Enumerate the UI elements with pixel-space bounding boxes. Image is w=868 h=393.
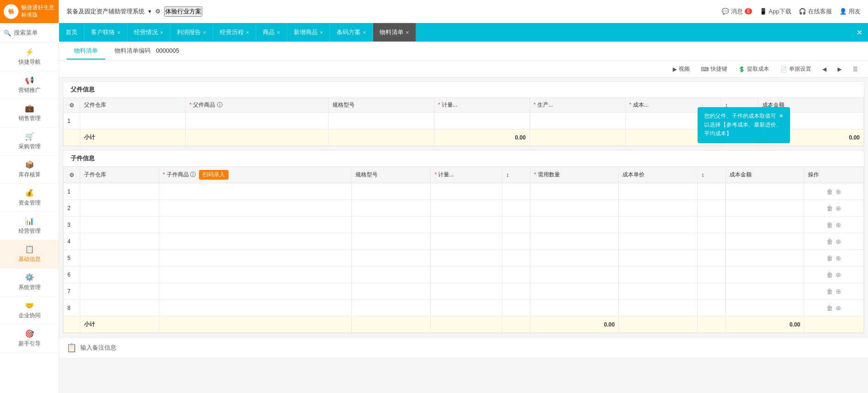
child-row-5-spec[interactable] bbox=[352, 250, 431, 266]
close-tab-bom[interactable]: ✕ bbox=[405, 30, 409, 35]
close-tab-profit[interactable]: ✕ bbox=[203, 30, 206, 35]
cost-button[interactable]: 💲 提取成本 bbox=[735, 64, 772, 74]
child-row-7-unit-cost[interactable] bbox=[619, 283, 698, 300]
child-row-2-unit-cost[interactable] bbox=[619, 200, 698, 217]
nav-tab-customer[interactable]: 客户联络 ✕ bbox=[84, 23, 127, 42]
child-row-8-unit-cost[interactable] bbox=[619, 300, 698, 316]
sub-tab-bom-list[interactable]: 物料清单 bbox=[66, 43, 105, 60]
sidebar-item-quick-nav[interactable]: ⚡ 快捷导航 bbox=[0, 43, 59, 71]
parent-row-1-warehouse[interactable] bbox=[80, 113, 186, 129]
nav-tab-operations[interactable]: 经营情况 ✕ bbox=[127, 23, 170, 42]
delete-row-2-button[interactable]: 🗑 bbox=[826, 205, 833, 212]
copy-row-5-button[interactable]: ⊕ bbox=[836, 254, 841, 262]
nav-tab-profit[interactable]: 利润报告 ✕ bbox=[170, 23, 213, 42]
settings-icon[interactable]: ⚙ bbox=[155, 8, 161, 15]
delete-row-5-button[interactable]: 🗑 bbox=[826, 254, 833, 262]
child-row-5-qty[interactable] bbox=[530, 250, 619, 266]
child-row-2-unit[interactable] bbox=[431, 200, 502, 217]
app-download-button[interactable]: 📱 App下载 bbox=[760, 7, 791, 16]
settings-button[interactable]: 📄 单据设置 bbox=[778, 64, 814, 74]
copy-row-3-button[interactable]: ⊕ bbox=[836, 221, 841, 229]
video-button[interactable]: ▶ 视频 bbox=[670, 64, 693, 74]
child-row-1-unit-cost[interactable] bbox=[619, 183, 698, 200]
child-row-7-goods[interactable] bbox=[159, 283, 352, 300]
sidebar-item-enterprise[interactable]: 🤝 企业协同 bbox=[0, 296, 59, 325]
parent-row-1-unit[interactable] bbox=[434, 113, 530, 129]
user-menu[interactable]: 👤 用友 bbox=[839, 7, 861, 16]
sidebar-item-finance[interactable]: 💰 资金管理 bbox=[0, 184, 59, 212]
view-toggle-button[interactable]: ☰ bbox=[850, 65, 861, 74]
child-row-3-unit[interactable] bbox=[431, 217, 502, 233]
online-service-button[interactable]: 🎧 在线客服 bbox=[799, 7, 832, 16]
child-row-6-spec[interactable] bbox=[352, 266, 431, 283]
child-row-7-unit[interactable] bbox=[431, 283, 502, 300]
parent-row-1-spec[interactable] bbox=[329, 113, 434, 129]
child-row-8-goods[interactable] bbox=[159, 300, 352, 316]
delete-row-4-button[interactable]: 🗑 bbox=[826, 238, 833, 245]
nav-tab-new-goods[interactable]: 新增商品 ✕ bbox=[287, 23, 330, 42]
parent-row-1-produce[interactable] bbox=[530, 113, 625, 129]
nav-prev-button[interactable]: ◀ bbox=[820, 65, 829, 74]
child-row-2-warehouse[interactable] bbox=[80, 200, 159, 217]
trial-button[interactable]: 体验行业方案 bbox=[164, 6, 202, 17]
child-row-6-warehouse[interactable] bbox=[80, 266, 159, 283]
sub-tab-bom-code[interactable]: 物料清单编码 0000005 bbox=[107, 43, 187, 60]
child-row-5-goods[interactable] bbox=[159, 250, 352, 266]
child-row-6-unit[interactable] bbox=[431, 266, 502, 283]
child-row-2-qty[interactable] bbox=[530, 200, 619, 217]
dropdown-icon[interactable]: ▾ bbox=[148, 8, 151, 15]
child-row-7-spec[interactable] bbox=[352, 283, 431, 300]
child-row-7-qty[interactable] bbox=[530, 283, 619, 300]
nav-tab-goods[interactable]: 商品 ✕ bbox=[256, 23, 287, 42]
parent-row-1-goods[interactable] bbox=[186, 113, 329, 129]
delete-row-3-button[interactable]: 🗑 bbox=[826, 221, 833, 229]
nav-tab-home[interactable]: 首页 bbox=[59, 23, 84, 42]
child-row-8-qty[interactable] bbox=[530, 300, 619, 316]
child-row-3-warehouse[interactable] bbox=[80, 217, 159, 233]
copy-row-8-button[interactable]: ⊕ bbox=[836, 304, 841, 312]
sidebar-item-sales[interactable]: 💼 销售管理 bbox=[0, 99, 59, 127]
child-row-3-unit-cost[interactable] bbox=[619, 217, 698, 233]
sidebar-item-guide[interactable]: 🎯 新手引导 bbox=[0, 325, 59, 353]
sidebar-item-inventory[interactable]: 📦 库存核算 bbox=[0, 156, 59, 184]
copy-row-4-button[interactable]: ⊕ bbox=[836, 238, 841, 245]
child-row-1-warehouse[interactable] bbox=[80, 183, 159, 200]
close-tab-customer[interactable]: ✕ bbox=[117, 30, 121, 35]
scan-button[interactable]: 扫码录入 bbox=[199, 170, 229, 180]
delete-row-6-button[interactable]: 🗑 bbox=[826, 271, 833, 278]
sidebar-item-basic[interactable]: 📋 基础信息 bbox=[0, 240, 59, 268]
tooltip-close-button[interactable]: ✕ bbox=[779, 112, 784, 121]
sidebar-item-system[interactable]: ⚙️ 系统管理 bbox=[0, 268, 59, 296]
delete-row-1-button[interactable]: 🗑 bbox=[826, 188, 833, 195]
child-row-5-unit-cost[interactable] bbox=[619, 250, 698, 266]
child-row-3-qty[interactable] bbox=[530, 217, 619, 233]
child-row-5-unit[interactable] bbox=[431, 250, 502, 266]
child-row-6-unit-cost[interactable] bbox=[619, 266, 698, 283]
child-row-5-warehouse[interactable] bbox=[80, 250, 159, 266]
sidebar-item-purchase[interactable]: 🛒 采购管理 bbox=[0, 127, 59, 156]
child-row-4-unit-cost[interactable] bbox=[619, 233, 698, 250]
copy-row-6-button[interactable]: ⊕ bbox=[836, 271, 841, 278]
close-tab-new-goods[interactable]: ✕ bbox=[319, 30, 323, 35]
child-row-2-goods[interactable] bbox=[159, 200, 352, 217]
copy-row-1-button[interactable]: ⊕ bbox=[836, 188, 841, 195]
sidebar-item-operations[interactable]: 📊 经营管理 bbox=[0, 212, 59, 240]
child-row-1-goods[interactable] bbox=[159, 183, 352, 200]
sidebar-item-marketing[interactable]: 📢 营销推广 bbox=[0, 71, 59, 99]
search-menu-button[interactable]: 🔍 搜索菜单 bbox=[4, 27, 55, 39]
child-col-settings[interactable]: ⚙ bbox=[64, 167, 80, 183]
child-row-4-spec[interactable] bbox=[352, 233, 431, 250]
copy-row-2-button[interactable]: ⊕ bbox=[836, 205, 841, 212]
parent-col-settings[interactable]: ⚙ bbox=[64, 98, 80, 113]
nav-next-button[interactable]: ▶ bbox=[835, 65, 844, 74]
child-row-8-spec[interactable] bbox=[352, 300, 431, 316]
nav-close-all[interactable]: ✕ bbox=[851, 28, 868, 37]
close-tab-goods[interactable]: ✕ bbox=[277, 30, 280, 35]
child-row-4-goods[interactable] bbox=[159, 233, 352, 250]
child-row-4-unit[interactable] bbox=[431, 233, 502, 250]
delete-row-8-button[interactable]: 🗑 bbox=[826, 304, 833, 312]
child-row-4-warehouse[interactable] bbox=[80, 233, 159, 250]
delete-row-7-button[interactable]: 🗑 bbox=[826, 288, 833, 295]
child-row-8-warehouse[interactable] bbox=[80, 300, 159, 316]
child-row-1-unit[interactable] bbox=[431, 183, 502, 200]
